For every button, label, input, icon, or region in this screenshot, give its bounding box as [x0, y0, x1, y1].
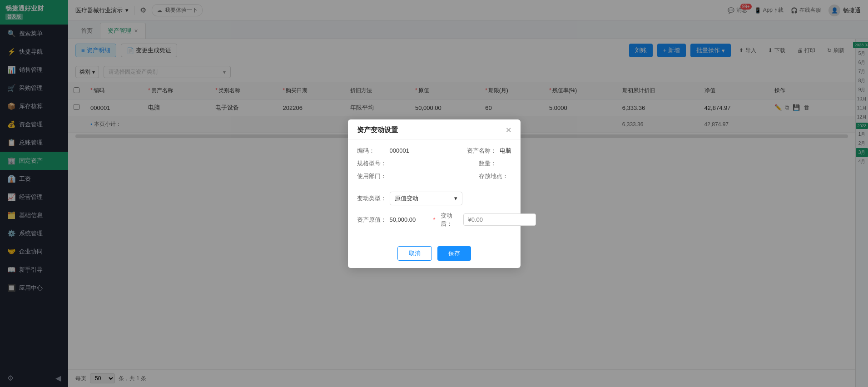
after-value-input[interactable]	[463, 213, 536, 226]
modal-footer: 取消 保存	[348, 242, 521, 268]
change-type-label: 变动类型：	[357, 194, 390, 203]
modal-body: 编码： 000001 资产名称： 电脑 规格型号： 数量： 使用部门： 存放地点…	[348, 139, 521, 242]
asset-change-modal: 资产变动设置 ✕ 编码： 000001 资产名称： 电脑 规格型号： 数量： 使…	[348, 119, 521, 268]
cancel-btn[interactable]: 取消	[397, 246, 432, 261]
modal-code-row: 编码： 000001 资产名称： 电脑	[357, 147, 511, 155]
modal-divider	[357, 186, 511, 186]
location-label: 存放地点：	[479, 172, 511, 180]
change-type-row: 变动类型： 原值变动 ▾	[357, 192, 511, 205]
dept-label: 使用部门：	[357, 172, 390, 180]
name-value: 电脑	[500, 147, 511, 155]
modal-spec-row: 规格型号： 数量：	[357, 159, 511, 168]
save-btn[interactable]: 保存	[437, 246, 471, 261]
asset-value: 50,000.00	[390, 216, 426, 223]
code-label: 编码：	[357, 147, 390, 155]
code-value: 000001	[390, 147, 409, 154]
change-type-select[interactable]: 原值变动 ▾	[390, 192, 462, 205]
spec-label: 规格型号：	[357, 159, 390, 168]
quantity-label: 数量：	[479, 159, 511, 168]
change-type-value: 原值变动	[395, 194, 418, 203]
modal-dept-row: 使用部门： 存放地点：	[357, 172, 511, 180]
modal-title: 资产变动设置	[357, 126, 398, 134]
name-label: 资产名称：	[467, 147, 500, 155]
asset-value-label: 资产原值：	[357, 216, 390, 224]
modal-close-btn[interactable]: ✕	[506, 126, 511, 134]
change-type-dropdown-icon: ▾	[454, 195, 457, 202]
modal-overlay: 资产变动设置 ✕ 编码： 000001 资产名称： 电脑 规格型号： 数量： 使…	[0, 0, 868, 387]
asset-value-row: 资产原值： 50,000.00 * 变动后：	[357, 212, 511, 228]
after-required-mark: *	[433, 216, 441, 223]
modal-header: 资产变动设置 ✕	[348, 119, 521, 139]
after-label: 变动后：	[441, 212, 463, 228]
